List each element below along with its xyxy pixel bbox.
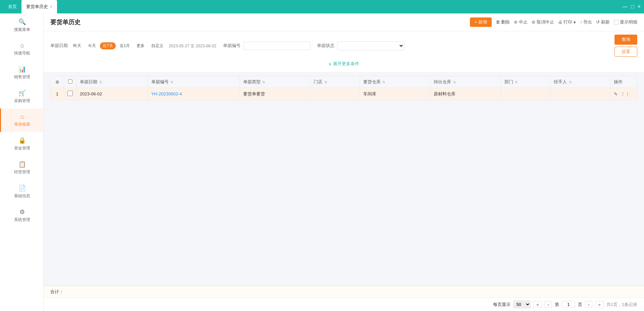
sidebar-item-purchase[interactable]: 🛒 采购管理 [0,85,43,108]
data-table: ⚙ 单据日期 ⇅ 单据编号 ⇅ [50,76,637,100]
refresh-label: ↺ 刷新 [596,19,610,25]
sidebar-item-basic-info[interactable]: 📄 基础信息 [0,180,43,204]
close-tab-icon[interactable]: × [50,4,52,9]
finance-icon: 🔒 [18,137,26,144]
operations-icon: 📋 [18,161,26,168]
row-pending-warehouse: 原材料仓库 [430,88,501,100]
display-detail-label: 显示明细 [620,19,637,25]
home-tab[interactable]: 首页 [3,0,21,13]
cancel-stop-button[interactable]: ⊘ 取消中止 [532,19,554,25]
first-page-btn[interactable]: « [533,301,542,308]
sidebar-item-inventory[interactable]: ⌂ 库存核算 [0,108,43,132]
col-doc-date-label: 单据日期 [80,79,97,84]
prev-page-btn[interactable]: ‹ [545,301,552,308]
expand-more-label: 展开更多条件 [333,61,359,67]
page-number-input[interactable] [562,301,575,308]
edit-action-icon[interactable]: ✎ [614,91,618,97]
sidebar-item-quick-nav[interactable]: ⌂ 快捷导航 [0,37,43,61]
stop-button[interactable]: ⊘ 中止 [514,19,528,25]
next-page-btn[interactable]: › [585,301,592,308]
print-button[interactable]: 🖨 打印 ▾ [558,19,576,25]
col-doc-date[interactable]: 单据日期 ⇅ [76,76,148,88]
page-header: 要货单历史 + 新增 🗑 删除 ⊘ 中止 ⊘ 取消中止 🖨 打印 ▾ ↑ 导出 [44,13,644,31]
toolbar: + 新增 🗑 删除 ⊘ 中止 ⊘ 取消中止 🖨 打印 ▾ ↑ 导出 [470,17,637,27]
page-unit: 页 [578,302,582,308]
filter-row-1: 单据日期 昨天 今天 近7天 近1月 更多 自定义 2023-05-27 至 2… [50,35,637,57]
active-tab[interactable]: 要货单历史 × [21,0,57,13]
col-doc-no[interactable]: 单据编号 ⇅ [148,76,239,88]
content-area: 要货单历史 + 新增 🗑 删除 ⊘ 中止 ⊘ 取消中止 🖨 打印 ▾ ↑ 导出 [44,13,644,311]
display-detail-toggle[interactable]: 显示明细 [614,19,637,25]
col-settings[interactable]: ⚙ [51,76,64,88]
sort-icon-doc-no: ⇅ [170,80,173,84]
sort-icon-handler: ⇅ [569,80,572,84]
sidebar-item-sales[interactable]: 📊 销售管理 [0,61,43,85]
sidebar-item-label: 采购管理 [14,98,30,104]
row-checkbox[interactable] [67,91,73,96]
col-store-label: 门店 [314,79,322,84]
col-doc-type[interactable]: 单据类型 ⇅ [239,76,310,88]
delete-button[interactable]: 🗑 删除 [496,19,510,25]
row-handler [550,88,610,100]
export-button[interactable]: ↑ 导出 [580,19,592,25]
close-window-btn[interactable]: × [638,4,641,10]
doc-status-label: 单据状态 [317,43,334,49]
date-1month[interactable]: 近1月 [117,42,133,49]
display-detail-checkbox[interactable] [614,20,619,25]
col-store[interactable]: 门店 ⇅ [310,76,360,88]
col-pending-warehouse-label: 待出仓库 [434,79,451,84]
minimize-btn[interactable]: — [622,4,628,10]
home-tab-label: 首页 [8,4,17,10]
date-today[interactable]: 今天 [85,42,99,49]
col-doc-no-label: 单据编号 [151,79,169,84]
date-7days[interactable]: 近7天 [100,42,116,49]
doc-no-input[interactable] [243,42,310,50]
col-dept-label: 部门 [504,79,513,84]
sidebar-item-label: 快捷导航 [14,50,30,56]
select-all-checkbox[interactable] [68,79,72,84]
basic-info-icon: 📄 [18,184,26,192]
maximize-btn[interactable]: □ [631,4,634,10]
sidebar-item-label: 库存核算 [14,122,30,127]
doc-no-link[interactable]: YH-20230602-4 [151,91,182,96]
expand-more-btn[interactable]: ∨ 展开更多条件 [50,59,637,69]
refresh-button[interactable]: ↺ 刷新 [596,19,610,25]
table-row: 1 2023-06-02 YH-20230602-4 要货单要货 车间库 原材料… [51,88,637,100]
last-page-btn[interactable]: » [595,301,603,308]
sidebar-item-label: 销售管理 [14,74,30,80]
sidebar-item-label: 基础信息 [14,193,30,199]
col-action: 操作 [610,76,637,88]
query-button[interactable]: 查询 [614,35,637,45]
sort-icon-doc-type: ⇅ [262,80,265,84]
col-dept[interactable]: 部门 ⇅ [501,76,550,88]
col-req-warehouse[interactable]: 要货仓库 ⇅ [360,76,430,88]
row-dept [501,88,550,100]
row-checkbox-cell [64,88,76,100]
date-custom[interactable]: 自定义 [149,42,166,49]
col-pending-warehouse[interactable]: 待出仓库 ⇅ [430,76,501,88]
date-more[interactable]: 更多 [134,42,147,49]
filter-bar: 单据日期 昨天 今天 近7天 近1月 更多 自定义 2023-05-27 至 2… [44,31,644,73]
sidebar-item-operations[interactable]: 📋 经营管理 [0,156,43,180]
date-yesterday[interactable]: 昨天 [70,42,84,49]
add-button[interactable]: + 新增 [470,17,492,27]
col-checkbox [64,76,76,88]
col-handler[interactable]: 经手人 ⇅ [550,76,610,88]
col-req-warehouse-label: 要货仓库 [363,79,381,84]
row-doc-no: YH-20230602-4 [148,88,239,100]
col-doc-type-label: 单据类型 [243,79,261,84]
sidebar-item-system[interactable]: ⚙ 系统管理 [0,204,43,227]
doc-date-label: 单据日期 [50,43,68,49]
more-action-icon[interactable]: ⋮⋮ [621,91,630,97]
doc-status-select[interactable] [337,41,404,50]
date-range-display: 2023-05-27 至 2023-06-02 [169,43,216,49]
per-page-select[interactable]: 50 100 200 [513,301,531,308]
sidebar-item-finance[interactable]: 🔒 资金管理 [0,132,43,156]
sidebar-item-search-menu[interactable]: 🔍 搜索菜单 [0,13,43,37]
cancel-stop-label: ⊘ 取消中止 [532,19,554,25]
sidebar-item-label: 经营管理 [14,169,30,175]
sidebar: 🔍 搜索菜单 ⌂ 快捷导航 📊 销售管理 🛒 采购管理 ⌂ 库存核算 🔒 资金管… [0,13,44,311]
settings-button[interactable]: 设置 [614,47,637,57]
print-label: 🖨 打印 [558,19,573,25]
page-title: 要货单历史 [50,18,80,26]
